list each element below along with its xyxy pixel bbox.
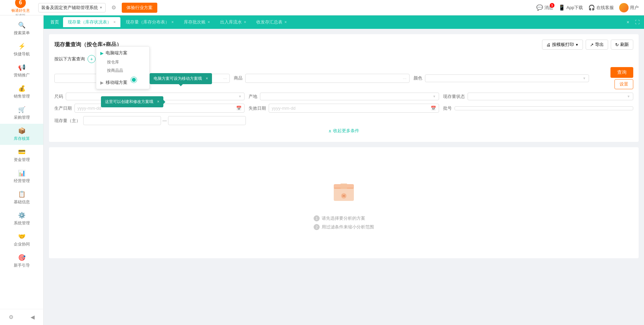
origin-label: 产地 xyxy=(249,94,257,100)
sidebar-item-sys-mgmt[interactable]: ⚙️ 系统管理 xyxy=(0,208,43,229)
search-menu-icon: 🔍 xyxy=(18,21,25,29)
sidebar-item-basic-info[interactable]: 📋 基础信息 xyxy=(0,187,43,208)
product-picker[interactable]: ··· xyxy=(245,74,409,83)
sidebar-item-sales-promo[interactable]: 📢 营销推广 xyxy=(0,60,43,82)
scheme-sub-items: 按仓库 按商品品 xyxy=(96,58,149,75)
tab-batch-ledger-close[interactable]: × xyxy=(208,20,210,24)
filter-item-batch-no: 批号 xyxy=(443,105,633,111)
empty-illustration xyxy=(327,174,361,209)
tab-receive-ship-close[interactable]: × xyxy=(284,20,287,24)
print-icon: 🖨 xyxy=(546,42,551,47)
stock-qty-min[interactable] xyxy=(83,116,161,125)
page-title-actions: 🖨 按模板打印 ▼ ↗ 导出 ↻ 刷新 xyxy=(542,40,633,50)
filter-row-4: 现存量（主） — xyxy=(54,116,633,125)
sidebar-nav: 🔍 搜索菜单 ⚡ 快捷导航 📢 营销推广 💰 销售管理 🛒 采购管理 xyxy=(0,15,43,309)
gear-icon: ⚙ xyxy=(111,4,116,11)
prod-date-label: 生产日期 xyxy=(54,105,72,111)
tab-home[interactable]: 首页 xyxy=(46,17,63,27)
refresh-button[interactable]: ↻ 刷新 xyxy=(611,40,633,50)
tooltip-left-close[interactable]: × xyxy=(157,99,159,104)
calendar-icon-exp: 📅 xyxy=(431,106,436,111)
chevron-down-color: ▼ xyxy=(583,76,586,80)
inventory-calc-icon: 📦 xyxy=(18,127,25,134)
sidebar-item-quick-nav[interactable]: ⚡ 快捷导航 xyxy=(0,39,43,60)
system-title: 装备及固定资产辅助管理系统 xyxy=(41,5,98,11)
empty-state: 1 请先选择要分析的方案 2 用过滤条件来缩小分析范围 xyxy=(49,147,639,258)
expand-icon-mobile: ▶ xyxy=(100,80,104,85)
tab-receive-ship[interactable]: 收发存汇总表 × xyxy=(252,17,291,27)
sidebar-settings-btn[interactable]: ⚙ xyxy=(7,312,15,322)
sidebar-item-label-sys-mgmt: 系统管理 xyxy=(14,220,30,226)
sidebar-item-label-corp-collab: 企业协同 xyxy=(14,241,30,247)
phone-icon: 📱 xyxy=(558,4,565,11)
online-support-label: 在线客服 xyxy=(596,5,614,11)
refresh-icon: ↻ xyxy=(615,42,619,47)
sidebar-collapse-btn[interactable]: ◀ xyxy=(29,312,37,322)
tooltip-top-close[interactable]: × xyxy=(206,76,208,81)
tab-inventory-dist[interactable]: 现存量（库存分布表） × xyxy=(121,17,178,27)
sidebar-item-inventory-calc[interactable]: 📦 库存核算 xyxy=(0,124,43,145)
user-area[interactable]: 用户 xyxy=(619,3,639,12)
tab-home-label: 首页 xyxy=(50,19,59,24)
tab-in-out-flow[interactable]: 出入库流水 × xyxy=(215,17,251,27)
message-badge: 9 xyxy=(550,3,554,8)
basic-info-icon: 📋 xyxy=(18,191,25,198)
purchase-mgmt-icon: 🛒 xyxy=(18,106,25,113)
corp-collab-icon: 🤝 xyxy=(18,233,25,240)
sidebar-item-label-search-menu: 搜索菜单 xyxy=(14,30,30,36)
sidebar-item-newbie-guide[interactable]: 🎯 新手引导 xyxy=(0,251,43,272)
origin-select[interactable]: ▼ xyxy=(260,93,439,100)
settings-icon-btn[interactable]: ⚙ xyxy=(108,2,119,13)
tab-fullscreen-btn[interactable]: ⛶ xyxy=(633,18,641,26)
exp-date-label: 失效日期 xyxy=(249,105,266,111)
print-button[interactable]: 🖨 按模板打印 ▼ xyxy=(542,40,583,50)
filter-item-exp-date: 失效日期 yyyy-mm-dd 📅 xyxy=(249,104,439,113)
scheme-sub-product[interactable]: 按商品品 xyxy=(103,66,149,75)
tab-close-all-btn[interactable]: × xyxy=(624,18,632,26)
sidebar-item-finance-mgmt[interactable]: 💳 资金管理 xyxy=(0,145,43,166)
exp-date-input[interactable]: yyyy-mm-dd 📅 xyxy=(269,104,439,113)
stock-status-select[interactable]: ▼ xyxy=(468,93,633,100)
sales-mgmt-icon: 💰 xyxy=(18,85,25,92)
tab-inventory-dist-close[interactable]: × xyxy=(171,20,174,24)
tab-batch-ledger[interactable]: 库存批次账 × xyxy=(179,17,215,27)
collapse-button[interactable]: ∧ 收起更多条件 xyxy=(328,128,359,134)
stock-status-label: 现存量状态 xyxy=(443,94,465,100)
tab-inventory-status[interactable]: 现存量（库存状况表） × xyxy=(63,17,120,27)
sidebar-item-purchase-mgmt[interactable]: 🛒 采购管理 xyxy=(0,103,43,124)
scheme-desktop-expand[interactable]: ▶ 电脑端方案 xyxy=(96,48,149,58)
set-button[interactable]: 设置 xyxy=(614,79,633,89)
newbie-guide-icon: 🎯 xyxy=(18,254,25,261)
empty-step-1-label: 请先选择要分析的方案 xyxy=(322,214,365,223)
tab-inventory-status-close[interactable]: × xyxy=(113,20,116,24)
sidebar-item-search-menu[interactable]: 🔍 搜索菜单 xyxy=(0,18,43,39)
batch-no-input[interactable] xyxy=(454,106,633,110)
stock-qty-max[interactable] xyxy=(168,116,246,125)
message-button[interactable]: 💬 消息 9 xyxy=(536,4,553,11)
sidebar-item-corp-collab[interactable]: 🤝 企业协同 xyxy=(0,229,43,251)
chevron-down-origin: ▼ xyxy=(433,95,436,98)
search-button[interactable]: 查询 xyxy=(610,67,633,78)
sidebar-item-sales-mgmt[interactable]: 💰 销售管理 xyxy=(0,82,43,103)
range-separator: — xyxy=(162,118,167,123)
export-button[interactable]: ↗ 导出 xyxy=(586,40,608,50)
sidebar-item-ops-mgmt[interactable]: 📊 经营管理 xyxy=(0,166,43,187)
sidebar-item-label-newbie-guide: 新手引导 xyxy=(14,263,30,268)
sidebar-item-label-sales-promo: 营销推广 xyxy=(14,72,30,78)
system-select[interactable]: 装备及固定资产辅助管理系统 ▼ xyxy=(38,3,106,12)
app-download-button[interactable]: 📱 App下载 xyxy=(558,4,583,11)
avatar xyxy=(619,3,629,12)
online-support-button[interactable]: 🎧 在线客服 xyxy=(588,4,614,11)
filter-add-btn[interactable]: + xyxy=(88,55,96,63)
scheme-sub-warehouse[interactable]: 按仓库 xyxy=(103,58,149,66)
trial-button[interactable]: 体验行业方案 xyxy=(122,3,157,13)
top-bar: 6 畅通好生意 标准版 装备及固定资产辅助管理系统 ▼ ⚙ 体验行业方案 💬 消… xyxy=(0,0,644,15)
scheme-mobile-expand[interactable]: ▶ 移动端方案 xyxy=(96,77,149,88)
user-label: 用户 xyxy=(630,5,639,11)
color-label: 颜色 xyxy=(414,75,422,81)
empty-step-2-label: 用过滤条件来缩小分析范围 xyxy=(322,223,374,231)
color-select[interactable]: ▼ xyxy=(425,74,589,82)
tab-in-out-flow-close[interactable]: × xyxy=(244,20,246,24)
chevron-down-icon: ▼ xyxy=(575,43,579,47)
sidebar-item-label-ops-mgmt: 经营管理 xyxy=(14,178,30,184)
